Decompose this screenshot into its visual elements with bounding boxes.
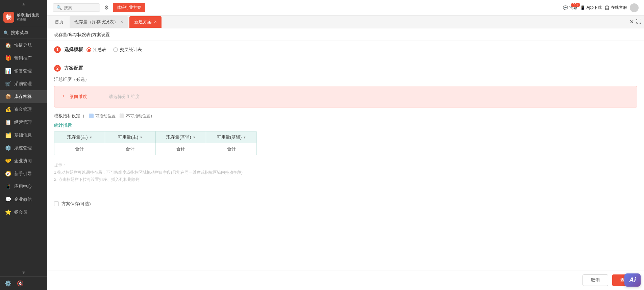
sound-icon[interactable]: 🔇 <box>17 280 24 287</box>
user-avatar[interactable] <box>630 3 639 12</box>
step1-block: 1 选择模板 汇总表 交叉统计表 <box>54 46 637 53</box>
tab-new-scheme-close[interactable]: ✕ <box>154 20 157 24</box>
step2-label: 方案配置 <box>64 65 83 71</box>
col-header-3[interactable]: 现存量(基辅) ▾ <box>156 131 206 143</box>
hints-section: 提示： 1.拖动标题栏可以调整布局，不可跨维度或指标区域拖动栏目字段(只能在同一… <box>54 162 637 184</box>
sidebar-item-guide[interactable]: 🧭 新手引导 <box>0 167 47 180</box>
topbar: 🔍 ⚙ 体验行业方案 💬 消息 99+ 📱 App下载 🎧 在线客服 <box>47 0 644 16</box>
tabs-right-actions: ✕ ⛶ <box>629 19 641 25</box>
message-icon: 💬 <box>563 5 568 10</box>
sidebar-scroll-up[interactable]: ▲ <box>0 0 47 8</box>
messages-badge: 99+ <box>571 3 580 7</box>
sidebar-item-marketing[interactable]: 🎁 营销推广 <box>0 52 47 65</box>
ai-badge[interactable]: Ai <box>624 273 641 287</box>
search-icon: 🔍 <box>3 30 9 35</box>
sidebar-item-corp[interactable]: 🤝 企业协同 <box>0 154 47 167</box>
messages-button[interactable]: 💬 消息 99+ <box>563 5 577 10</box>
topbar-search[interactable]: 🔍 <box>53 3 100 12</box>
chart-icon: 📊 <box>5 68 11 74</box>
cart-icon: 🛒 <box>5 81 11 87</box>
sidebar-item-appstore[interactable]: 📱 应用中心 <box>0 180 47 193</box>
app-icon: 📱 <box>580 5 585 10</box>
chevron-down-icon-2: ▾ <box>140 135 142 140</box>
sidebar-item-operations[interactable]: 📋 经营管理 <box>0 116 47 129</box>
dimension-row-label: 纵向维度 <box>70 94 87 100</box>
sidebar-item-shortcut[interactable]: 🏠 快捷导航 <box>0 39 47 52</box>
sidebar-item-system[interactable]: ⚙️ 系统管理 <box>0 142 47 154</box>
industry-button[interactable]: 体验行业方案 <box>113 3 145 12</box>
col-header-2[interactable]: 可用量(主) ▾ <box>105 131 156 143</box>
sidebar-scroll-down[interactable]: ▼ <box>0 269 47 276</box>
tab-inventory-close[interactable]: ✕ <box>120 20 123 24</box>
gear-icon: ⚙️ <box>5 145 11 151</box>
tab-new-scheme[interactable]: 新建方案 ✕ <box>129 16 162 28</box>
col-cell-3: 合计 <box>156 143 206 155</box>
app-download-button[interactable]: 📱 App下载 <box>580 5 602 10</box>
col-header-4[interactable]: 可用量(基辅) ▾ <box>206 131 256 143</box>
chevron-down-icon-1: ▾ <box>90 135 92 140</box>
step1-label: 选择模板 <box>64 47 83 53</box>
draggable-tag: 可拖动位置 <box>89 113 116 119</box>
sidebar-item-basic[interactable]: 🗂️ 基础信息 <box>0 129 47 142</box>
gift-icon: 🎁 <box>5 55 11 61</box>
step1-title: 1 选择模板 汇总表 交叉统计表 <box>54 46 637 53</box>
topbar-search-icon: 🔍 <box>56 5 62 10</box>
search-input[interactable] <box>64 5 98 10</box>
hint-2: 2. 点击标题栏下拉可设置排序、插入列和删除列 <box>54 176 637 184</box>
hint-1: 1.拖动标题栏可以调整布局，不可跨维度或指标区域拖动栏目字段(只能在同一维度或指… <box>54 169 637 176</box>
col-cell-1: 合计 <box>54 143 105 155</box>
star-icon: ⭐ <box>5 209 11 215</box>
radio-cross[interactable]: 交叉统计表 <box>113 47 142 53</box>
sidebar: ▲ 畅 畅康通好生意 标准版 🔍 搜索菜单 🏠 快捷导航 🎁 营销推广 📊 销售… <box>0 0 47 290</box>
content-area: 现存量(库存状况表)方案设置 1 选择模板 汇总表 交叉统计表 <box>47 28 644 270</box>
topbar-actions: 💬 消息 99+ 📱 App下载 🎧 在线客服 <box>563 3 639 12</box>
dimension-row[interactable]: * 纵向维度 —— 请选择分组维度 <box>54 86 637 107</box>
radio-summary[interactable]: 汇总表 <box>86 47 106 53</box>
money-icon: 💰 <box>5 106 11 113</box>
cancel-button[interactable]: 取消 <box>583 274 608 286</box>
col-header-1[interactable]: 现存量(主) ▾ <box>54 131 105 143</box>
tab-inventory[interactable]: 现存量（库存状况表） ✕ <box>70 16 128 28</box>
tabs-bar: 首页 现存量（库存状况表） ✕ 新建方案 ✕ ✕ ⛶ <box>47 16 644 28</box>
settings-icon[interactable]: ⚙️ <box>5 280 11 287</box>
chat-icon: 💬 <box>5 196 11 202</box>
chevron-down-icon-3: ▾ <box>193 135 195 140</box>
indicator-section: 模板指标设定（ 可拖动位置 不可拖动位置） 统计指标 <box>54 113 637 184</box>
box-icon: 📦 <box>5 94 11 100</box>
folder-icon: 🗂️ <box>5 132 11 138</box>
sidebar-item-member[interactable]: ⭐ 畅会员 <box>0 206 47 219</box>
save-checkbox[interactable] <box>54 201 59 206</box>
col-cell-4: 合计 <box>206 143 256 155</box>
sidebar-nav: 🏠 快捷导航 🎁 营销推广 📊 销售管理 🛒 采购管理 📦 库存核算 💰 资金管… <box>0 39 47 269</box>
step2-title: 2 方案配置 <box>54 65 637 72</box>
sidebar-item-purchase[interactable]: 🛒 采购管理 <box>0 77 47 90</box>
tab-expand[interactable]: ⛶ <box>636 19 641 25</box>
radio-summary-circle <box>86 47 91 52</box>
sidebar-item-sales[interactable]: 📊 销售管理 <box>0 65 47 77</box>
tab-close-all[interactable]: ✕ <box>629 19 634 25</box>
main-content: 🔍 ⚙ 体验行业方案 💬 消息 99+ 📱 App下载 🎧 在线客服 <box>47 0 644 290</box>
sidebar-item-inventory[interactable]: 📦 库存核算 <box>0 90 47 103</box>
tab-home[interactable]: 首页 <box>50 16 68 28</box>
not-draggable-tag-box <box>120 114 124 118</box>
sidebar-item-finance[interactable]: 💰 资金管理 <box>0 103 47 116</box>
dimension-arrow: —— <box>93 94 103 100</box>
topbar-gear-icon[interactable]: ⚙ <box>104 4 109 11</box>
dimension-label: 汇总维度（必选） <box>54 76 637 82</box>
online-service-button[interactable]: 🎧 在线客服 <box>604 5 627 10</box>
avatar-image <box>630 3 639 12</box>
step2-block: 2 方案配置 汇总维度（必选） * 纵向维度 —— 请选择分组维度 模板指标设定… <box>54 65 637 184</box>
stats-label: 统计指标 <box>54 122 637 128</box>
save-checkbox-row: 方案保存(可选) <box>47 196 644 212</box>
home-icon: 🏠 <box>5 42 11 48</box>
phone-icon: 📱 <box>5 184 11 190</box>
sidebar-item-wechat[interactable]: 💬 企业微信 <box>0 193 47 206</box>
stats-table-header: 现存量(主) ▾ 可用量(主) ▾ 现存量(基辅) ▾ <box>54 131 256 143</box>
dimension-placeholder: 请选择分组维度 <box>109 94 140 100</box>
radio-cross-circle <box>113 47 118 52</box>
template-radio-group: 汇总表 交叉统计表 <box>86 47 142 53</box>
headset-icon: 🎧 <box>604 5 610 10</box>
sidebar-search[interactable]: 🔍 搜索菜单 <box>0 27 47 39</box>
settings-body: 1 选择模板 汇总表 交叉统计表 <box>47 41 644 196</box>
sidebar-logo: 畅 畅康通好生意 标准版 <box>0 8 47 27</box>
